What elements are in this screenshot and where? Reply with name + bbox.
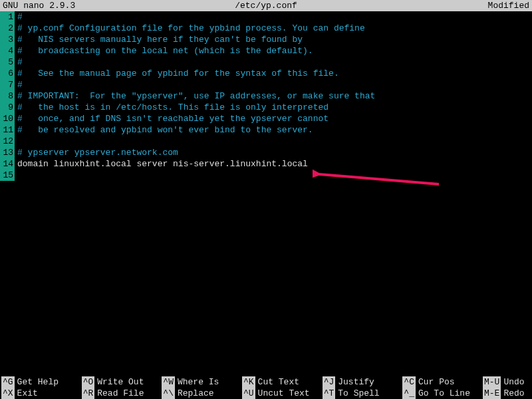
editor-line[interactable]: 7# (0, 79, 532, 90)
app-title: GNU nano 2.9.3 (3, 0, 178, 11)
line-text: # once, and if DNS isn't reachable yet t… (17, 113, 329, 124)
line-text: # broadcasting on the local net (which i… (17, 45, 313, 57)
shortcut-exit[interactable]: ^XExit (1, 388, 78, 399)
editor-line[interactable]: 14domain linuxhint.local server nis-serv… (0, 158, 532, 170)
shortcut-key: ^T (323, 388, 336, 399)
shortcut-key: ^\ (162, 388, 175, 399)
shortcut-read-file[interactable]: ^RRead File (82, 388, 158, 399)
line-number: 10 (0, 113, 15, 124)
line-number: 5 (0, 57, 15, 68)
line-number: 14 (0, 158, 15, 170)
shortcut-label: Justify (338, 376, 374, 388)
editor-line[interactable]: 1# (0, 11, 532, 23)
shortcut-label: Cut Text (258, 376, 299, 388)
shortcut-key: ^G (1, 376, 15, 388)
line-text: domain linuxhint.local server nis-server… (17, 158, 308, 170)
line-number: 9 (0, 102, 15, 113)
shortcut-key: ^J (323, 376, 336, 388)
shortcut-label: Redo (503, 388, 524, 399)
shortcut-key: ^_ (402, 388, 416, 399)
shortcut-replace[interactable]: ^\Replace (162, 388, 238, 399)
line-number: 8 (0, 90, 15, 102)
shortcut-key: ^U (242, 388, 255, 399)
line-number: 4 (0, 45, 15, 57)
line-number: 7 (0, 79, 15, 90)
shortcut-key: M-E (483, 388, 501, 399)
shortcut-key: M-U (483, 376, 501, 388)
editor-line[interactable]: 2# yp.conf Configuration file for the yp… (0, 23, 532, 34)
line-text: # be resolved and ypbind won't ever bind… (17, 124, 313, 136)
shortcut-go-to-line[interactable]: ^_Go To Line (402, 388, 479, 399)
editor-line[interactable]: 12 (0, 136, 532, 147)
editor-line[interactable]: 8# IMPORTANT: For the "ypserver", use IP… (0, 90, 532, 102)
line-number: 1 (0, 11, 15, 23)
line-text: # the host is in /etc/hosts. This file i… (17, 102, 329, 113)
shortcut-get-help[interactable]: ^GGet Help (1, 376, 78, 388)
line-text: # yp.conf Configuration file for the ypb… (17, 23, 365, 34)
line-text: # ypserver ypserver.network.com (17, 147, 178, 158)
shortcut-cur-pos[interactable]: ^CCur Pos (402, 376, 479, 388)
shortcut-key: ^C (402, 376, 416, 388)
shortcut-key: ^K (242, 376, 255, 388)
line-number: 3 (0, 34, 15, 45)
editor-line[interactable]: 5# (0, 57, 532, 68)
line-text: # (17, 11, 23, 23)
shortcut-label: Cur Pos (418, 376, 455, 388)
shortcut-undo[interactable]: M-UUndo (483, 376, 531, 388)
shortcut-to-spell[interactable]: ^TTo Spell (323, 388, 399, 399)
editor-line[interactable]: 9# the host is in /etc/hosts. This file … (0, 102, 532, 113)
shortcut-label: Go To Line (418, 388, 470, 399)
shortcut-key: ^R (82, 388, 95, 399)
shortcut-label: Write Out (97, 376, 144, 388)
shortcut-where-is[interactable]: ^WWhere Is (162, 376, 238, 388)
editor-area[interactable]: 1#2# yp.conf Configuration file for the … (0, 11, 532, 370)
line-text: # See the manual page of ypbind for the … (17, 68, 339, 79)
shortcut-redo[interactable]: M-ERedo (483, 388, 531, 399)
shortcut-label: Read File (97, 388, 144, 399)
line-text: # (17, 79, 23, 90)
editor-line[interactable]: 11# be resolved and ypbind won't ever bi… (0, 124, 532, 136)
line-text: # NIS servers manually here if they can'… (17, 34, 303, 45)
editor-line[interactable]: 13# ypserver ypserver.network.com (0, 147, 532, 158)
line-number: 11 (0, 124, 15, 136)
shortcut-uncut-text[interactable]: ^UUncut Text (242, 388, 319, 399)
line-text: # (17, 57, 23, 68)
shortcut-label: Replace (178, 388, 214, 399)
editor-line[interactable]: 4# broadcasting on the local net (which … (0, 45, 532, 57)
shortcut-write-out[interactable]: ^OWrite Out (82, 376, 158, 388)
shortcut-label: Where Is (178, 376, 219, 388)
editor-line[interactable]: 15 (0, 170, 532, 181)
shortcut-bar: ^GGet Help^OWrite Out^WWhere Is^KCut Tex… (0, 376, 532, 399)
line-number: 12 (0, 136, 15, 147)
shortcut-label: Exit (17, 388, 38, 399)
line-number: 6 (0, 68, 15, 79)
line-number: 15 (0, 170, 15, 181)
shortcut-key: ^X (1, 388, 15, 399)
editor-line[interactable]: 10# once, and if DNS isn't reachable yet… (0, 113, 532, 124)
shortcut-cut-text[interactable]: ^KCut Text (242, 376, 319, 388)
line-number: 13 (0, 147, 15, 158)
line-text: # IMPORTANT: For the "ypserver", use IP … (17, 90, 375, 102)
titlebar: GNU nano 2.9.3 /etc/yp.conf Modified (0, 0, 532, 11)
shortcut-key: ^O (82, 376, 95, 388)
shortcut-label: To Spell (338, 388, 379, 399)
editor-line[interactable]: 6# See the manual page of ypbind for the… (0, 68, 532, 79)
modified-status: Modified (354, 0, 529, 11)
shortcut-label: Undo (503, 376, 524, 388)
file-path: /etc/yp.conf (178, 0, 354, 11)
line-number: 2 (0, 23, 15, 34)
shortcut-label: Uncut Text (258, 388, 310, 399)
editor-line[interactable]: 3# NIS servers manually here if they can… (0, 34, 532, 45)
shortcut-label: Get Help (17, 376, 59, 388)
shortcut-key: ^W (162, 376, 175, 388)
shortcut-justify[interactable]: ^JJustify (323, 376, 399, 388)
